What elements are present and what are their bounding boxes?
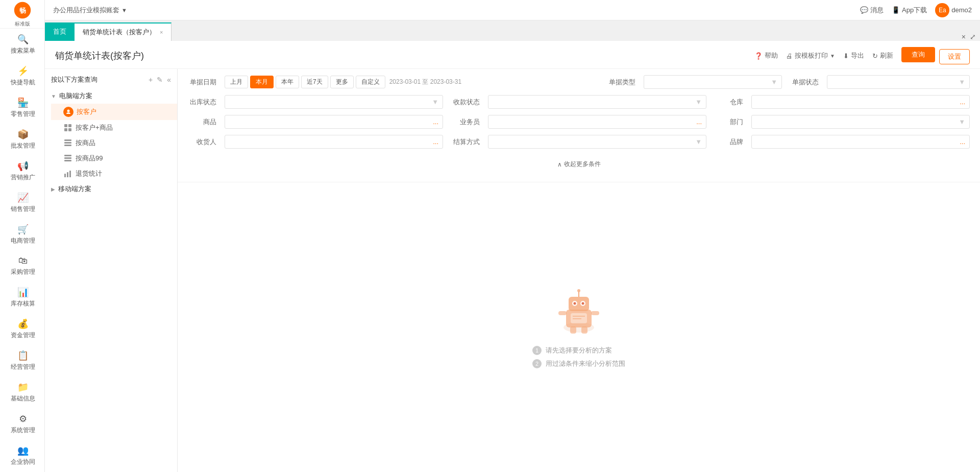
account-selector[interactable]: 办公用品行业模拟账套 ▼ bbox=[53, 6, 127, 15]
svg-rect-18 bbox=[569, 297, 589, 311]
edit-scheme-icon[interactable]: ✎ bbox=[157, 76, 163, 84]
sidebar-logo[interactable]: 畅 标准版 bbox=[0, 0, 44, 29]
avatar: Ea bbox=[935, 3, 949, 17]
date-btn-this-year[interactable]: 本年 bbox=[276, 76, 299, 88]
system-icon: ⚙ bbox=[19, 413, 27, 424]
stock-status-label: 出库状态 bbox=[188, 98, 216, 107]
date-btn-custom[interactable]: 自定义 bbox=[356, 76, 385, 88]
collapse-panel-icon[interactable]: « bbox=[167, 76, 171, 84]
filter-row-4: 收货人 ... 结算方式 ▼ 品牌 ... bbox=[188, 135, 970, 149]
sidebar-item-ecom[interactable]: 🛒 电商管理 bbox=[0, 219, 44, 250]
tree-item-by-customer[interactable]: 按客户 bbox=[51, 104, 177, 120]
account-label: 办公用品行业模拟账套 bbox=[53, 6, 119, 15]
order-status-select[interactable]: ▼ bbox=[827, 75, 970, 89]
sidebar-item-basic-label: 基础信息 bbox=[11, 394, 35, 403]
user-label: demo2 bbox=[951, 6, 972, 14]
sidebar-item-sales[interactable]: 📈 销售管理 bbox=[0, 187, 44, 219]
date-btn-last-month[interactable]: 上月 bbox=[225, 76, 248, 88]
collapse-icon: ∧ bbox=[557, 161, 562, 168]
svg-rect-11 bbox=[64, 157, 71, 159]
tab-expand-icon[interactable]: ⤢ bbox=[970, 33, 976, 41]
tab-close-icon[interactable]: × bbox=[160, 29, 163, 35]
brand-input[interactable]: ... bbox=[751, 135, 970, 149]
date-btn-more[interactable]: 更多 bbox=[330, 76, 354, 88]
payment-method-label: 结算方式 bbox=[451, 137, 480, 147]
left-panel-header: 按以下方案查询 + ✎ « bbox=[45, 75, 177, 88]
sidebar-item-search[interactable]: 🔍 搜索菜单 bbox=[0, 29, 44, 60]
right-panel: 单据日期 上月 本月 本年 近7天 更多 自定义 2023-03-01 至 20… bbox=[178, 69, 980, 472]
goods-input[interactable]: ... bbox=[225, 115, 443, 129]
goods-dots[interactable]: ... bbox=[433, 118, 438, 126]
topbar-left: 办公用品行业模拟账套 ▼ bbox=[53, 6, 127, 15]
sidebar-item-purchase[interactable]: 🛍 采购管理 bbox=[0, 250, 44, 281]
add-scheme-icon[interactable]: + bbox=[149, 76, 153, 84]
svg-rect-27 bbox=[570, 326, 576, 334]
refresh-button[interactable]: ↻ 刷新 bbox=[872, 51, 893, 60]
svg-rect-12 bbox=[64, 160, 71, 161]
sidebar-item-inventory-label: 库存核算 bbox=[11, 299, 35, 308]
help-button[interactable]: ❓ 帮助 bbox=[754, 51, 778, 60]
svg-rect-29 bbox=[571, 313, 587, 323]
sidebar-item-inventory[interactable]: 📊 库存核算 bbox=[0, 281, 44, 313]
empty-hint-1: 1 请先选择要分析的方案 bbox=[532, 346, 625, 355]
payment-method-select[interactable]: ▼ bbox=[488, 135, 706, 149]
settings-button[interactable]: 设置 bbox=[939, 49, 970, 64]
sidebar-item-collab-label: 企业协同 bbox=[11, 458, 35, 466]
tree-group-mobile-header[interactable]: ▶ 移动端方案 bbox=[51, 181, 177, 197]
payment-status-select[interactable]: ▼ bbox=[488, 95, 706, 109]
sidebar-item-marketing[interactable]: 📢 营销推广 bbox=[0, 155, 44, 187]
tree-group-mobile: ▶ 移动端方案 bbox=[45, 181, 177, 197]
sidebar-item-collab[interactable]: 👥 企业协同 bbox=[0, 440, 44, 471]
tree-item-by-goods[interactable]: 按商品 bbox=[51, 135, 177, 151]
empty-hint-2: 2 用过滤条件来缩小分析范围 bbox=[532, 359, 625, 368]
svg-rect-26 bbox=[591, 311, 599, 315]
page-title: 销货单统计表(按客户) bbox=[55, 50, 144, 62]
sidebar-item-nav-label: 快捷导航 bbox=[11, 78, 35, 87]
tree-item-returns[interactable]: 退货统计 bbox=[51, 166, 177, 181]
svg-rect-5 bbox=[64, 128, 67, 131]
tab-close-window-icon[interactable]: × bbox=[962, 33, 966, 41]
sidebar-item-finance[interactable]: 💰 资金管理 bbox=[0, 313, 44, 345]
tree-group-mobile-label: 移动端方案 bbox=[58, 184, 91, 194]
sidebar-item-system[interactable]: ⚙ 系统管理 bbox=[0, 408, 44, 440]
sidebar-item-nav[interactable]: ⚡ 快捷导航 bbox=[0, 60, 44, 92]
sales-dots[interactable]: ... bbox=[696, 118, 702, 126]
tree-item-by-goods99[interactable]: 按商品99 bbox=[51, 151, 177, 166]
recipient-dots[interactable]: ... bbox=[433, 138, 438, 146]
tab-sales-stats[interactable]: 销货单统计表（按客户） × bbox=[75, 22, 172, 41]
dept-select[interactable]: ▼ bbox=[751, 115, 970, 129]
sales-input[interactable]: ... bbox=[488, 115, 706, 129]
sales-label: 业务员 bbox=[451, 117, 480, 127]
sidebar-item-wholesale[interactable]: 📦 批发管理 bbox=[0, 124, 44, 155]
order-type-select[interactable]: ▼ bbox=[644, 75, 782, 89]
print-icon: 🖨 bbox=[786, 52, 793, 60]
sidebar-menu: 🔍 搜索菜单 ⚡ 快捷导航 🏪 零售管理 📦 批发管理 📢 营销推广 📈 销售管… bbox=[0, 29, 44, 472]
left-panel-icons: + ✎ « bbox=[149, 76, 171, 84]
page-content: 销货单统计表(按客户) ❓ 帮助 🖨 按模板打印 ▼ ⬇ 导出 bbox=[45, 41, 980, 472]
payment-status-label: 收款状态 bbox=[451, 98, 480, 107]
date-btn-this-month[interactable]: 本月 bbox=[250, 76, 274, 88]
export-label: 导出 bbox=[851, 51, 864, 60]
sidebar-item-retail[interactable]: 🏪 零售管理 bbox=[0, 92, 44, 124]
sidebar-item-operation[interactable]: 📋 经营管理 bbox=[0, 345, 44, 376]
tab-home[interactable]: 首页 bbox=[45, 22, 75, 41]
warehouse-dots[interactable]: ... bbox=[960, 98, 965, 106]
svg-rect-13 bbox=[64, 174, 66, 177]
message-button[interactable]: 💬 消息 bbox=[860, 6, 884, 15]
date-btn-last7days[interactable]: 近7天 bbox=[301, 76, 328, 88]
collapse-button[interactable]: ∧ 收起更多条件 bbox=[549, 157, 609, 172]
warehouse-input[interactable]: ... bbox=[751, 95, 970, 109]
app-download-button[interactable]: 📱 App下载 bbox=[892, 6, 927, 15]
stock-status-select[interactable]: ▼ bbox=[225, 95, 443, 109]
export-button[interactable]: ⬇ 导出 bbox=[843, 51, 864, 60]
tree-group-desktop-header[interactable]: ▼ 电脑端方案 bbox=[51, 88, 177, 104]
user-menu[interactable]: Ea demo2 bbox=[935, 3, 972, 17]
tree-item-customer-goods[interactable]: 按客户+商品 bbox=[51, 120, 177, 135]
query-button[interactable]: 查询 bbox=[901, 47, 935, 62]
brand-dots[interactable]: ... bbox=[960, 138, 965, 146]
sidebar-item-basic[interactable]: 📁 基础信息 bbox=[0, 376, 44, 408]
recipient-input[interactable]: ... bbox=[225, 135, 443, 149]
bar-chart-icon bbox=[63, 169, 72, 178]
print-button[interactable]: 🖨 按模板打印 ▼ bbox=[786, 51, 835, 60]
sidebar-item-system-label: 系统管理 bbox=[11, 426, 35, 435]
